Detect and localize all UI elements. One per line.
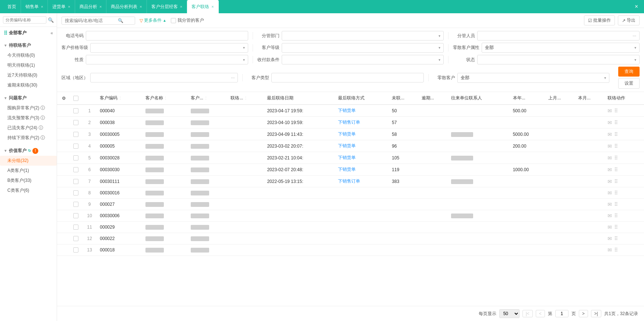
grid-action-icon[interactable]: ⠿ [614,143,618,149]
col-last-contact-method-cell[interactable]: 下销货单 [336,105,390,117]
col-check-cell[interactable] [70,105,81,117]
col-settings[interactable]: ⚙ [57,92,70,105]
col-last-contact-method-header[interactable]: 最后联络方式 [336,92,390,105]
checkbox-icon[interactable] [171,18,176,23]
col-last-contact-method-cell[interactable]: 下销售订单 [336,117,390,128]
search-icon[interactable]: 🔍 [118,18,123,23]
sidebar-item-tomorrow[interactable]: 明天待联络(1) [0,60,57,70]
sidebar-item-class-a[interactable]: A类客户(1) [0,166,57,176]
message-icon[interactable]: ✉ [608,247,612,253]
message-icon[interactable]: ✉ [608,213,612,219]
col-check-cell[interactable] [70,176,81,187]
sidebar-search-input[interactable] [3,16,46,24]
message-icon[interactable]: ✉ [608,108,612,114]
col-check-cell[interactable] [70,164,81,176]
col-no-contact-header[interactable]: 未联... [390,92,419,105]
first-page-button[interactable]: |< [522,310,533,317]
select-price-level[interactable]: ▾ [90,43,248,53]
prev-page-button[interactable]: < [536,310,545,317]
grid-action-icon[interactable]: ⠿ [614,167,618,173]
sidebar-item-churn-warning[interactable]: 流失预警客户(3) ⓘ [0,113,57,123]
sidebar-search-icon[interactable]: 🔍 [48,17,54,23]
col-last-contact-method-cell[interactable] [336,222,390,233]
sidebar-item-declining[interactable]: 持续下滑客户(2) ⓘ [0,133,57,143]
col-code-header[interactable]: 客户编码 : [98,92,143,105]
col-check-cell[interactable] [70,222,81,233]
query-button[interactable]: 查询 [618,67,640,77]
col-check-cell[interactable] [70,199,81,210]
group-value-customers[interactable]: ▼ 价值客户 ↻ ! [0,146,57,156]
message-icon[interactable]: ✉ [608,120,612,126]
col-contact-header[interactable]: 联络... : [228,92,265,105]
more-conditions-toggle[interactable]: ▽ 更多条件 ▲ [140,17,166,24]
close-all-button[interactable]: × [632,3,641,10]
tab-close-icon[interactable]: × [41,4,43,9]
col-last-contact-method-cell[interactable] [336,199,390,210]
last-page-button[interactable]: >| [591,310,601,317]
message-icon[interactable]: ✉ [608,190,612,196]
sidebar-item-churned[interactable]: 已流失客户(24) ⓘ [0,123,57,133]
tab-product-analysis[interactable]: 商品分析 × [75,0,106,13]
message-icon[interactable]: ✉ [608,143,612,149]
batch-operation-button[interactable]: ☑ 批量操作 [584,15,615,25]
tab-home[interactable]: 首页 [3,0,21,13]
col-last-contact-method-cell[interactable] [336,244,390,256]
message-icon[interactable]: ✉ [608,131,612,137]
sidebar-item-hoarding-abnormal[interactable]: 囤购异常客户(2) ⓘ [0,103,57,113]
col-last-contact-date-header[interactable]: 最后联络日期 [265,92,335,105]
message-icon[interactable]: ✉ [608,155,612,161]
tab-product-analysis-list[interactable]: 商品分析列表 × [106,0,147,13]
col-check-cell[interactable] [70,244,81,256]
grid-action-icon[interactable]: ⠿ [614,213,618,219]
col-category-header[interactable]: 客户... : [189,92,228,105]
sidebar-item-7days[interactable]: 近7天待联络(0) [0,70,57,80]
message-icon[interactable]: ✉ [608,167,612,173]
col-check-cell[interactable] [70,128,81,140]
col-this-month-header[interactable]: 本月... [576,92,605,105]
sidebar-item-unclassified[interactable]: 未分组(32) [0,156,57,166]
select-person[interactable]: ··· [477,31,640,40]
grid-action-icon[interactable]: ⠿ [614,131,618,137]
tab-customer-contact[interactable]: 客户联络 × [187,0,218,13]
input-customer-type[interactable] [271,73,423,82]
tab-close-icon[interactable]: × [211,4,214,9]
col-name-header[interactable]: 客户名称 : [143,92,189,105]
group-pending-contact[interactable]: ▼ 待联络客户 [0,40,57,50]
tab-sales-order[interactable]: 销售单 × [21,0,48,13]
col-last-contact-method-cell[interactable] [336,187,390,199]
export-button[interactable]: ↗ 导出 [618,15,640,25]
reset-button[interactable]: 设置 [618,78,640,89]
message-icon[interactable]: ✉ [608,201,612,207]
tab-close-icon[interactable]: × [68,4,70,9]
tab-purchase-order[interactable]: 进货单 × [48,0,75,13]
col-check-all[interactable] [70,92,81,105]
grid-action-icon[interactable]: ⠿ [614,155,618,161]
grid-action-icon[interactable]: ⠿ [614,108,618,114]
sidebar-item-class-c[interactable]: C类客户(6) [0,186,57,195]
col-last-month-header[interactable]: 上月... [546,92,576,105]
group-problem-customers[interactable]: ▼ 问题客户 [0,93,57,103]
grid-action-icon[interactable]: ⠿ [614,120,618,126]
col-last-contact-method-cell[interactable] [336,233,390,244]
tab-close-icon[interactable]: × [99,4,102,9]
grid-action-icon[interactable]: ⠿ [614,201,618,207]
col-last-contact-method-cell[interactable]: 下销货单 [336,152,390,164]
col-last-contact-method-cell[interactable]: 下销货单 [336,140,390,152]
refresh-icon[interactable]: ↻ [28,149,31,153]
tab-close-icon[interactable]: × [140,4,142,9]
col-last-contact-method-cell[interactable]: 下销售订单 [336,176,390,187]
col-check-cell[interactable] [70,233,81,244]
grid-action-icon[interactable]: ⠿ [614,247,618,253]
sidebar-item-class-b[interactable]: B类客户(33) [0,176,57,186]
page-input[interactable] [555,310,569,317]
sidebar-collapse-icon[interactable]: « [50,31,53,36]
select-nature[interactable]: ▾ [86,55,248,64]
grid-action-icon[interactable]: ⠿ [614,236,618,241]
col-overdue-header[interactable]: 逾期... [419,92,449,105]
select-status[interactable]: ▾ [477,55,640,64]
message-icon[interactable]: ✉ [608,179,612,184]
col-check-cell[interactable] [70,210,81,222]
grid-action-icon[interactable]: ⠿ [614,179,618,184]
select-retail-attr[interactable]: 全部 ▾ [482,43,640,53]
sidebar-item-today[interactable]: 今天待联络(0) [0,50,57,60]
